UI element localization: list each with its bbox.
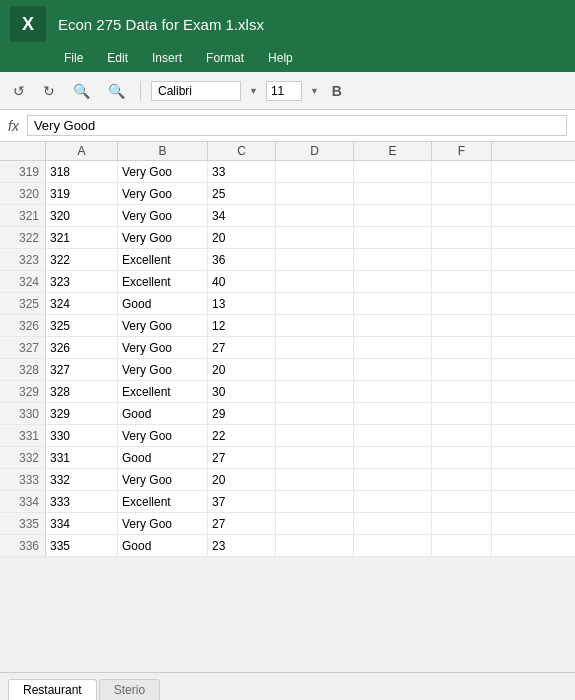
cell-b[interactable]: Very Goo [118,227,208,248]
cell-c[interactable]: 13 [208,293,276,314]
cell-b[interactable]: Excellent [118,491,208,512]
cell-e[interactable] [354,293,432,314]
cell-f[interactable] [432,205,492,226]
redo-button[interactable]: ↻ [38,80,60,102]
font-size-input[interactable] [266,81,302,101]
cell-c[interactable]: 20 [208,469,276,490]
cell-e[interactable] [354,513,432,534]
cell-b[interactable]: Very Goo [118,359,208,380]
cell-c[interactable]: 23 [208,535,276,556]
cell-b[interactable]: Very Goo [118,183,208,204]
cell-d[interactable] [276,425,354,446]
cell-a[interactable]: 329 [46,403,118,424]
col-header-f[interactable]: F [432,142,492,160]
cell-b[interactable]: Very Goo [118,337,208,358]
sheet-tab-restaurant[interactable]: Restaurant [8,679,97,700]
cell-c[interactable]: 37 [208,491,276,512]
cell-e[interactable] [354,535,432,556]
cell-a[interactable]: 335 [46,535,118,556]
cell-f[interactable] [432,227,492,248]
cell-c[interactable]: 40 [208,271,276,292]
cell-d[interactable] [276,227,354,248]
cell-d[interactable] [276,359,354,380]
cell-e[interactable] [354,381,432,402]
cell-f[interactable] [432,315,492,336]
cell-e[interactable] [354,161,432,182]
cell-b[interactable]: Excellent [118,249,208,270]
cell-d[interactable] [276,161,354,182]
col-header-e[interactable]: E [354,142,432,160]
cell-f[interactable] [432,183,492,204]
cell-d[interactable] [276,447,354,468]
cell-a[interactable]: 321 [46,227,118,248]
sheet-tab-sterio[interactable]: Sterio [99,679,160,700]
cell-d[interactable] [276,249,354,270]
cell-c[interactable]: 20 [208,227,276,248]
formula-input[interactable] [27,115,567,136]
cell-d[interactable] [276,535,354,556]
cell-b[interactable]: Good [118,293,208,314]
cell-d[interactable] [276,403,354,424]
cell-f[interactable] [432,249,492,270]
cell-f[interactable] [432,337,492,358]
cell-e[interactable] [354,271,432,292]
cell-b[interactable]: Good [118,403,208,424]
cell-e[interactable] [354,337,432,358]
cell-f[interactable] [432,469,492,490]
cell-f[interactable] [432,293,492,314]
cell-e[interactable] [354,447,432,468]
cell-c[interactable]: 20 [208,359,276,380]
cell-c[interactable]: 29 [208,403,276,424]
cell-e[interactable] [354,491,432,512]
cell-c[interactable]: 27 [208,447,276,468]
cell-a[interactable]: 320 [46,205,118,226]
cell-d[interactable] [276,513,354,534]
cell-a[interactable]: 330 [46,425,118,446]
undo-button[interactable]: ↺ [8,80,30,102]
cell-d[interactable] [276,271,354,292]
cell-d[interactable] [276,491,354,512]
menu-file[interactable]: File [60,50,87,66]
cell-b[interactable]: Good [118,535,208,556]
cell-e[interactable] [354,205,432,226]
cell-b[interactable]: Very Goo [118,315,208,336]
cell-a[interactable]: 322 [46,249,118,270]
cell-b[interactable]: Very Goo [118,513,208,534]
cell-c[interactable]: 27 [208,337,276,358]
cell-b[interactable]: Excellent [118,271,208,292]
cell-a[interactable]: 318 [46,161,118,182]
cell-d[interactable] [276,183,354,204]
cell-a[interactable]: 323 [46,271,118,292]
bold-button[interactable]: B [327,80,347,102]
cell-a[interactable]: 326 [46,337,118,358]
cell-e[interactable] [354,227,432,248]
cell-f[interactable] [432,271,492,292]
zoom-out-button[interactable]: 🔍 [68,80,95,102]
cell-a[interactable]: 332 [46,469,118,490]
cell-c[interactable]: 34 [208,205,276,226]
cell-c[interactable]: 25 [208,183,276,204]
cell-c[interactable]: 33 [208,161,276,182]
cell-b[interactable]: Good [118,447,208,468]
cell-e[interactable] [354,315,432,336]
col-header-c[interactable]: C [208,142,276,160]
cell-f[interactable] [432,359,492,380]
cell-c[interactable]: 36 [208,249,276,270]
cell-d[interactable] [276,293,354,314]
cell-d[interactable] [276,315,354,336]
cell-b[interactable]: Very Goo [118,161,208,182]
cell-d[interactable] [276,381,354,402]
cell-f[interactable] [432,447,492,468]
cell-f[interactable] [432,491,492,512]
cell-c[interactable]: 22 [208,425,276,446]
cell-c[interactable]: 30 [208,381,276,402]
cell-e[interactable] [354,359,432,380]
cell-a[interactable]: 334 [46,513,118,534]
cell-b[interactable]: Very Goo [118,425,208,446]
col-header-d[interactable]: D [276,142,354,160]
cell-f[interactable] [432,513,492,534]
cell-f[interactable] [432,403,492,424]
cell-a[interactable]: 319 [46,183,118,204]
cell-b[interactable]: Excellent [118,381,208,402]
cell-d[interactable] [276,205,354,226]
